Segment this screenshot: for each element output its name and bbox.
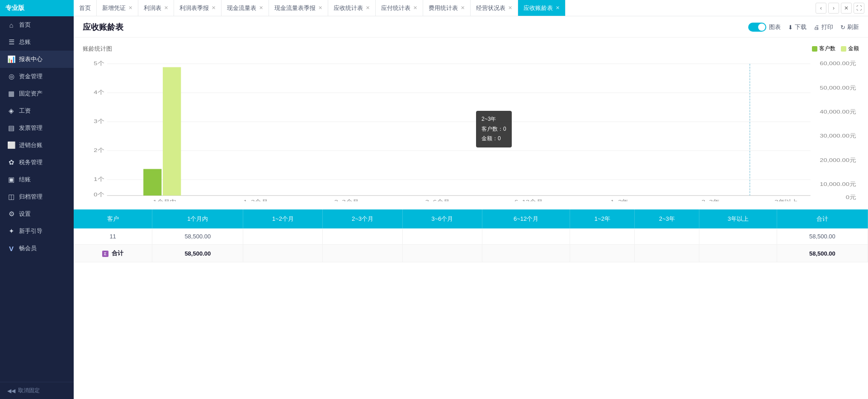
settings-icon: ⚙ — [7, 210, 15, 218]
sidebar-item-label: 报表中心 — [19, 55, 42, 63]
tab-cashflow-close[interactable]: ✕ — [259, 5, 263, 11]
tab-expense[interactable]: 费用统计表 ✕ — [423, 0, 471, 16]
sidebar-item-home[interactable]: ⌂ 首页 — [0, 16, 74, 33]
sidebar-item-archive[interactable]: ◫ 归档管理 — [0, 188, 74, 205]
chart-toggle[interactable] — [748, 23, 766, 32]
tax-icon: ✿ — [7, 158, 15, 166]
tab-nav-prev[interactable]: ‹ — [816, 3, 826, 14]
svg-text:10,000.00元: 10,000.00元 — [820, 181, 856, 187]
svg-text:60,000.00元: 60,000.00元 — [820, 61, 856, 66]
sidebar-item-closing[interactable]: ▣ 结账 — [0, 171, 74, 188]
sidebar-item-label: 固定资产 — [19, 90, 42, 98]
tab-cashflow-q[interactable]: 现金流量表季报 ✕ — [269, 0, 328, 16]
tab-voucher-close[interactable]: ✕ — [128, 5, 132, 11]
td-total-y23 — [635, 245, 699, 262]
unpin-button[interactable]: ◀◀ 取消固定 — [0, 382, 74, 399]
svg-text:20,000.00元: 20,000.00元 — [820, 157, 856, 163]
th-y12: 1~2年 — [570, 209, 635, 228]
td-m36 — [402, 228, 482, 245]
tab-cashflow-q-close[interactable]: ✕ — [318, 5, 322, 11]
chart-title: 账龄统计图 — [83, 45, 859, 53]
tab-ar-stat-close[interactable]: ✕ — [366, 5, 370, 11]
download-button[interactable]: ⬇ 下载 — [788, 23, 807, 31]
svg-text:2个: 2个 — [94, 147, 104, 153]
tab-close-all[interactable]: ✕ — [841, 3, 852, 14]
svg-text:1个: 1个 — [94, 176, 104, 182]
sidebar-item-label: 进销台账 — [19, 141, 42, 149]
main-area: 首页 新增凭证 ✕ 利润表 ✕ 利润表季报 ✕ 现金流量表 ✕ 现金流量表季报 … — [74, 0, 868, 399]
tab-profit-q-close[interactable]: ✕ — [212, 5, 216, 11]
tab-ap-stat-close[interactable]: ✕ — [413, 5, 417, 11]
sidebar-item-member[interactable]: V 畅会员 — [0, 240, 74, 257]
th-y23: 2~3年 — [635, 209, 699, 228]
aging-table: 客户 1个月内 1~2个月 2~3个月 3~6个月 6~12个月 1~2年 2~… — [74, 209, 868, 262]
td-total: 58,500.00 — [777, 228, 868, 245]
tab-ar-stat[interactable]: 应收统计表 ✕ — [328, 0, 376, 16]
sidebar-item-label: 设置 — [19, 210, 31, 218]
sidebar-item-settings[interactable]: ⚙ 设置 — [0, 205, 74, 223]
tab-ap-stat[interactable]: 应付统计表 ✕ — [376, 0, 423, 16]
svg-text:4个: 4个 — [94, 90, 104, 95]
tab-ar-aging-close[interactable]: ✕ — [556, 5, 560, 11]
sidebar-item-tax[interactable]: ✿ 税务管理 — [0, 154, 74, 171]
sidebar-item-label: 工资 — [19, 107, 31, 115]
print-icon: 🖨 — [814, 24, 820, 31]
chevron-left-icon: ◀◀ — [7, 388, 15, 394]
sidebar: 专业版 ⌂ 首页 ☰ 总账 📊 报表中心 ◎ 资金管理 ▦ 固定资产 ◈ 工资 … — [0, 0, 74, 399]
svg-text:6~12个月: 6~12个月 — [514, 199, 542, 201]
td-total-m1: 58,500.00 — [152, 245, 243, 262]
logo: 专业版 — [0, 0, 74, 16]
tab-expense-close[interactable]: ✕ — [461, 5, 465, 11]
sidebar-item-assets[interactable]: ▦ 固定资产 — [0, 85, 74, 102]
page-title: 应收账龄表 — [83, 22, 123, 33]
ledger-icon: ☰ — [7, 38, 15, 46]
legend-amount-color — [841, 46, 846, 52]
page-header: 应收账龄表 图表 ⬇ 下载 🖨 打印 ↻ 刷新 — [74, 16, 868, 38]
sidebar-item-guide[interactable]: ✦ 新手引导 — [0, 223, 74, 240]
th-m612: 6~12个月 — [482, 209, 570, 228]
tab-profit-q[interactable]: 利润表季报 ✕ — [174, 0, 222, 16]
th-total: 合计 — [777, 209, 868, 228]
svg-text:2~3个月: 2~3个月 — [335, 199, 359, 201]
sidebar-item-salary[interactable]: ◈ 工资 — [0, 102, 74, 119]
tab-profit-label: 利润表 — [144, 4, 161, 12]
tab-home[interactable]: 首页 — [74, 0, 97, 16]
tab-ar-aging[interactable]: 应收账龄表 ✕ — [518, 0, 566, 16]
refresh-label: 刷新 — [847, 23, 859, 31]
refresh-button[interactable]: ↻ 刷新 — [840, 23, 859, 31]
bar-customers-0 — [143, 169, 161, 196]
svg-text:50,000.00元: 50,000.00元 — [820, 85, 856, 90]
tab-voucher[interactable]: 新增凭证 ✕ — [97, 0, 138, 16]
funds-icon: ◎ — [7, 72, 15, 81]
sidebar-item-reports[interactable]: 📊 报表中心 — [0, 51, 74, 68]
td-m12 — [243, 228, 323, 245]
tab-maximize[interactable]: ⛶ — [854, 3, 864, 14]
reports-icon: 📊 — [7, 55, 15, 63]
tab-biz-stat-close[interactable]: ✕ — [508, 5, 512, 11]
th-m12: 1~2个月 — [243, 209, 323, 228]
sidebar-item-ledger[interactable]: ☰ 总账 — [0, 33, 74, 51]
tab-biz-stat[interactable]: 经营状况表 ✕ — [471, 0, 518, 16]
table-area: 客户 1个月内 1~2个月 2~3个月 3~6个月 6~12个月 1~2年 2~… — [74, 209, 868, 399]
sidebar-item-invoice[interactable]: ▤ 发票管理 — [0, 119, 74, 137]
total-icon: Σ — [102, 251, 108, 257]
chart-container: 5个 4个 3个 2个 1个 0个 60,000.00元 50,000.00元 … — [83, 57, 859, 201]
svg-text:0元: 0元 — [846, 194, 856, 200]
tab-home-label: 首页 — [79, 4, 91, 12]
tab-profit-close[interactable]: ✕ — [164, 5, 168, 11]
tab-nav-next[interactable]: › — [828, 3, 839, 14]
sidebar-item-label: 结账 — [19, 176, 31, 184]
th-customer: 客户 — [74, 209, 152, 228]
member-icon: V — [7, 245, 15, 252]
sidebar-item-stock[interactable]: ⬜ 进销台账 — [0, 137, 74, 154]
tab-cashflow[interactable]: 现金流量表 ✕ — [222, 0, 269, 16]
td-total-label: Σ 合计 — [74, 245, 152, 262]
svg-text:3~6个月: 3~6个月 — [425, 199, 450, 201]
td-total-total: 58,500.00 — [777, 245, 868, 262]
print-button[interactable]: 🖨 打印 — [814, 23, 833, 31]
td-m23 — [323, 228, 402, 245]
tab-profit[interactable]: 利润表 ✕ — [138, 0, 174, 16]
td-customer: 11 — [74, 228, 152, 245]
chart-toggle-label: 图表 — [769, 23, 781, 31]
sidebar-item-funds[interactable]: ◎ 资金管理 — [0, 68, 74, 85]
